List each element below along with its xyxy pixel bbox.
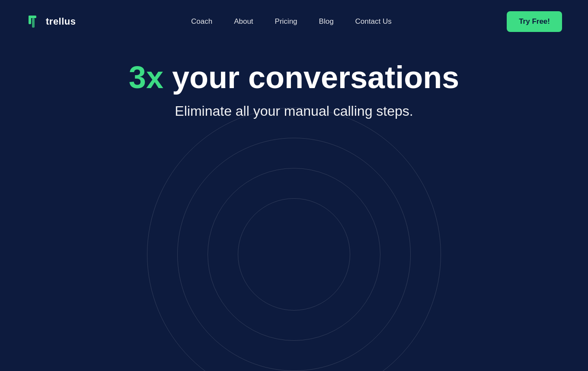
hero-highlight: 3x (129, 60, 163, 95)
svg-rect-1 (29, 16, 36, 18)
hero-subheadline: Eliminate all your manual calling steps. (0, 103, 588, 119)
hero-section: 3x your conversations Eliminate all your… (0, 43, 588, 119)
circle-outer-4 (238, 198, 350, 311)
nav-item-blog[interactable]: Blog (319, 17, 334, 26)
logo-text: trellus (46, 16, 76, 27)
hero-headline: 3x your conversations (0, 60, 588, 95)
try-free-button[interactable]: Try Free! (507, 11, 562, 32)
nav-links: Coach About Pricing Blog Contact Us (191, 17, 392, 26)
hero-headline-rest: your conversations (163, 60, 459, 95)
nav-link-coach[interactable]: Coach (191, 17, 212, 25)
nav-item-contact[interactable]: Contact Us (355, 17, 392, 26)
nav-item-about[interactable]: About (234, 17, 253, 26)
svg-rect-2 (32, 18, 35, 28)
logo-link[interactable]: trellus (26, 14, 76, 29)
nav-link-blog[interactable]: Blog (319, 17, 334, 25)
nav-item-pricing[interactable]: Pricing (275, 17, 297, 26)
nav-link-pricing[interactable]: Pricing (275, 17, 297, 25)
circles-decoration (143, 133, 445, 371)
nav-item-coach[interactable]: Coach (191, 17, 212, 26)
navbar: trellus Coach About Pricing Blog Contact… (0, 0, 588, 43)
nav-link-about[interactable]: About (234, 17, 253, 25)
logo-icon (26, 14, 42, 29)
nav-link-contact[interactable]: Contact Us (355, 17, 392, 25)
